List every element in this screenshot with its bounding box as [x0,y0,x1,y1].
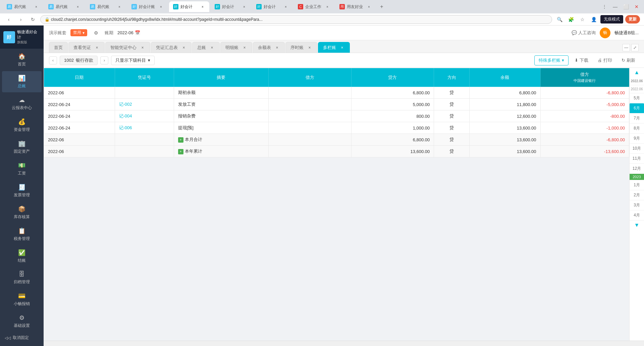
tab-smart-voucher[interactable]: 智能凭证中心 × [105,42,150,53]
tab-close-multibook[interactable]: × [339,45,345,50]
tab-close-8[interactable]: × [325,4,330,9]
expand-panel-button[interactable]: ⤢ [631,44,639,51]
browser-tab-9[interactable]: 用 用友好业 × [335,1,376,12]
sidebar-item-funds[interactable]: 💰 资金管理 [2,115,42,136]
date-item-dec-2022[interactable]: 12月 [630,164,644,174]
browser-tab-4[interactable]: 好 好会计账 × [127,1,168,12]
prev-account-button[interactable]: ‹ [49,56,57,64]
user-name[interactable]: 畅捷通B组... [614,30,639,36]
tab-view-voucher[interactable]: 查看凭证 × [68,42,105,53]
filter-dropdown[interactable]: 只显示下级科目 ▾ [111,56,155,65]
date-item-may-2022[interactable]: 5月 [630,93,644,103]
download-button[interactable]: ⬇ 下载 [571,56,592,65]
tab-multibook[interactable]: 多栏账 × [318,42,350,53]
user-avatar[interactable]: 畅 [600,28,610,38]
sidebar-item-invoice[interactable]: 🧾 发票管理 [2,180,42,201]
sidebar-item-ledger[interactable]: 📊 总账 [2,71,42,92]
date-item-jan-2023[interactable]: 1月 [630,180,644,190]
browser-tab-3[interactable]: 易 易代账 × [86,1,126,12]
tab-detail-ledger[interactable]: 明细账 × [220,42,252,53]
date-item-mar-2023[interactable]: 3月 [630,200,644,210]
date-item-nov-2022[interactable]: 11月 [630,154,644,164]
sidebar-item-archive[interactable]: 🗄 归档管理 [2,267,42,288]
reload-button[interactable]: ↻ [28,15,38,24]
tab-close-3[interactable]: × [117,4,122,9]
consult-button[interactable]: 💬 人工咨询 [572,30,596,36]
close-browser-button[interactable]: ✕ [632,2,641,11]
date-item-apr-2023[interactable]: 4月 [630,210,644,220]
date-item-aug-2022[interactable]: 8月 [630,123,644,134]
tab-close-1[interactable]: × [34,4,39,9]
update-button[interactable]: 更新 [625,15,640,23]
date-panel-scroll-up[interactable]: ▲ [630,68,644,77]
tab-close-5[interactable]: × [200,4,205,9]
browser-tab-1[interactable]: 易 易代账 × [3,1,43,12]
date-item-sep-2022[interactable]: 9月 [630,134,644,144]
special-multibook-button[interactable]: 特殊多栏账 ▾ [534,55,569,65]
wuhen-mode-button[interactable]: 无痕模式 [600,15,623,23]
browser-tab-2[interactable]: 易 易代账 × [44,1,85,12]
search-button[interactable]: 🔍 [555,15,564,24]
refresh-button[interactable]: ↻ 刷新 [618,56,639,65]
tab-close-detail-ledger[interactable]: × [242,45,247,50]
tab-close-4[interactable]: × [158,4,164,9]
account-selector[interactable]: 1002 银行存款 [60,56,98,65]
forward-button[interactable]: › [16,15,25,24]
sidebar-item-closing[interactable]: ✅ 结账 [2,246,42,267]
print-button[interactable]: 🖨 打印 [594,56,615,65]
browser-tab-7[interactable]: 好 好会计 × [252,1,292,12]
date-item-feb-2023[interactable]: 2月 [630,190,644,200]
settings-button[interactable]: ⚙ [91,28,101,38]
browser-tab-5[interactable]: 好 好会计 × [169,1,209,12]
tab-close-9[interactable]: × [366,4,372,9]
voucher-link[interactable]: 记-004 [119,113,132,118]
tab-list-button[interactable]: ⋮ [600,2,609,11]
sidebar-item-expense[interactable]: 💳 小畅报销 [2,289,42,310]
tab-close-view-voucher[interactable]: × [94,45,100,50]
sidebar-item-home[interactable]: 🏠 首页 [2,49,42,70]
tab-close-2[interactable]: × [75,4,80,9]
collapse-panel-button[interactable]: — [623,44,630,51]
sidebar-item-inventory[interactable]: 📦 库存核算 [2,202,42,223]
horizontal-scrollbar[interactable] [44,341,644,346]
tab-close-voucher-summary[interactable]: × [181,45,186,50]
voucher-link[interactable]: 记-002 [119,102,132,107]
date-panel-scroll-down[interactable]: ▼ [630,220,644,230]
profile-button[interactable]: 👤 [589,15,598,24]
voucher-link[interactable]: 记-006 [119,125,132,130]
sidebar-logo[interactable]: 好 畅捷通好会计 旗舰版 [0,26,44,49]
tab-voucher-summary-label: 凭证汇总表 [156,45,178,51]
new-tab-button[interactable]: + [377,2,386,11]
tab-close-balance-table[interactable]: × [274,45,280,50]
restore-browser-button[interactable]: ⬜ [621,2,631,11]
date-item-oct-2022[interactable]: 10月 [630,144,644,154]
sidebar-item-cloud-reports[interactable]: ☁ 云报表中心 [2,93,42,114]
tab-voucher-summary[interactable]: 凭证汇总表 × [151,42,192,53]
back-button[interactable]: ‹ [4,15,13,24]
extension-button[interactable]: 🧩 [566,15,576,24]
tab-close-7[interactable]: × [283,4,288,9]
date-item-jun-2022[interactable]: 6月 [630,103,644,113]
browser-tab-8[interactable]: C 企业工作 × [294,1,334,12]
minimize-browser-button[interactable]: — [610,2,620,11]
browser-tab-6[interactable]: 好 好会计 × [211,1,251,12]
tab-close-6[interactable]: × [241,4,247,9]
tab-balance-table[interactable]: 余额表 × [253,42,285,53]
date-item-jul-2022[interactable]: 7月 [630,113,644,123]
sidebar-item-salary[interactable]: 💵 工资 [2,158,42,180]
bookmark-button[interactable]: ☆ [578,15,587,24]
next-account-button[interactable]: › [100,56,108,64]
cancel-fixed-button[interactable]: ◁◁ 取消固定 [2,333,42,343]
tab-close-time-ledger[interactable]: × [307,45,312,50]
period-selector[interactable]: 2022-06 📅 [117,30,140,35]
sidebar-item-fixed-assets[interactable]: 🏢 固定资产 [2,137,42,158]
tab-general-ledger[interactable]: 总账 × [192,42,220,53]
tab-time-ledger[interactable]: 序时账 × [285,42,317,53]
url-input[interactable]: 🔒 cloud2.chanjet.com/accounting/uh26t264… [40,15,552,24]
tab-close-smart-voucher[interactable]: × [140,45,145,50]
sidebar-item-tax[interactable]: 📋 税务管理 [2,224,42,245]
demo-badge[interactable]: 禁用 ▾ [70,29,87,36]
tab-close-general-ledger[interactable]: × [209,45,215,50]
tab-home[interactable]: 首页 [49,42,68,53]
sidebar-item-settings[interactable]: ⚙ 基础设置 [2,311,42,330]
